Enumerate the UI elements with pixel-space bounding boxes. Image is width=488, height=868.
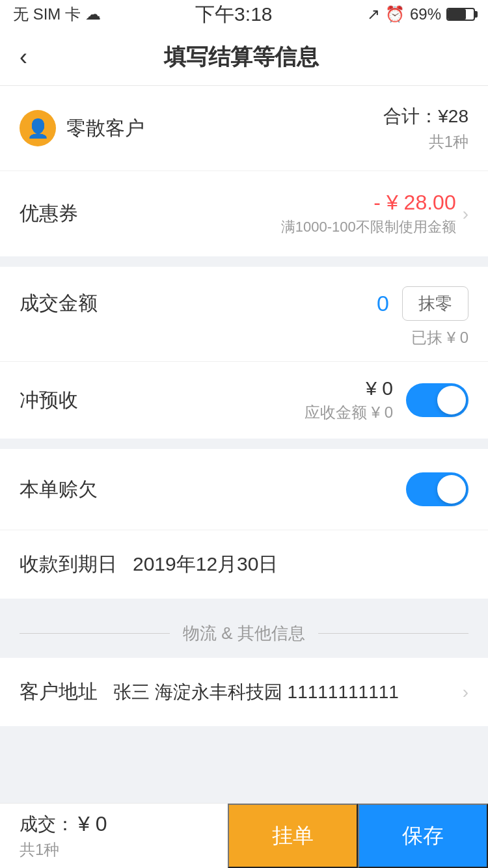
debt-toggle[interactable] bbox=[406, 472, 468, 506]
deal-amount-row: 成交金额 0 抹零 bbox=[0, 267, 488, 327]
customer-row: 👤 零散客户 合计：¥28 共1种 bbox=[0, 86, 488, 170]
battery-percent: 69% bbox=[410, 5, 441, 23]
deal-sub-text: 已抹 ¥ 0 bbox=[0, 327, 488, 361]
duedate-value: 2019年12月30日 bbox=[133, 551, 278, 578]
customer-name: 零散客户 bbox=[66, 115, 144, 142]
coupon-right: - ¥ 28.00 满1000-100不限制使用金额 › bbox=[281, 191, 468, 237]
bottom-count: 共1种 bbox=[20, 839, 208, 860]
precollect-sub: 应收金额 ¥ 0 bbox=[305, 402, 393, 423]
deal-amount-label: 成交金额 bbox=[20, 290, 98, 317]
precollect-row: 冲预收 ¥ 0 应收金额 ¥ 0 bbox=[0, 361, 488, 439]
customer-section: 👤 零散客户 合计：¥28 共1种 优惠券 - ¥ 28.00 满1000-10… bbox=[0, 86, 488, 256]
status-bar: 无 SIM 卡 ☁ 下午3:18 ↗ ⏰ 69% bbox=[0, 0, 488, 29]
alarm-icon: ⏰ bbox=[385, 5, 405, 23]
duedate-row[interactable]: 收款到期日 2019年12月30日 bbox=[0, 530, 488, 599]
debt-section: 本单赊欠 收款到期日 2019年12月30日 bbox=[0, 449, 488, 599]
precollect-toggle[interactable] bbox=[406, 383, 468, 417]
bottom-bar: 成交： ¥ 0 共1种 挂单 保存 bbox=[0, 803, 488, 868]
bottom-deal-label: 成交： bbox=[20, 812, 74, 837]
coupon-label: 优惠券 bbox=[20, 200, 78, 227]
logistics-label: 物流 & 其他信息 bbox=[183, 622, 305, 645]
duedate-label: 收款到期日 bbox=[20, 551, 117, 578]
bottom-deal-amount: ¥ 0 bbox=[78, 812, 107, 836]
logistics-header: 物流 & 其他信息 bbox=[0, 609, 488, 658]
bottom-info: 成交： ¥ 0 共1种 bbox=[0, 812, 228, 860]
customer-right: 合计：¥28 共1种 bbox=[383, 104, 468, 152]
coupon-row[interactable]: 优惠券 - ¥ 28.00 满1000-100不限制使用金额 › bbox=[0, 170, 488, 256]
sim-status: 无 SIM 卡 ☁ bbox=[13, 4, 101, 25]
precollect-label: 冲预收 bbox=[20, 387, 78, 414]
status-right: ↗ ⏰ 69% bbox=[367, 5, 475, 23]
deal-amount-value[interactable]: 0 bbox=[377, 291, 389, 316]
hold-button[interactable]: 挂单 bbox=[228, 804, 358, 868]
address-row[interactable]: 客户地址 张三 海淀永丰科技园 11111111111 › bbox=[0, 658, 488, 726]
round-button[interactable]: 抹零 bbox=[402, 286, 468, 321]
precollect-amount: ¥ 0 bbox=[305, 377, 393, 400]
chevron-right-icon: › bbox=[463, 204, 468, 224]
battery-icon bbox=[446, 8, 475, 21]
precollect-right: ¥ 0 应收金额 ¥ 0 bbox=[305, 377, 468, 423]
nav-bar: ‹ 填写结算等信息 bbox=[0, 29, 488, 86]
precollect-info: ¥ 0 应收金额 ¥ 0 bbox=[305, 377, 393, 423]
coupon-discount: - ¥ 28.00 bbox=[281, 191, 456, 215]
status-left: 无 SIM 卡 ☁ bbox=[13, 4, 101, 25]
customer-count: 共1种 bbox=[383, 131, 468, 152]
address-section: 客户地址 张三 海淀永丰科技园 11111111111 › bbox=[0, 658, 488, 726]
deal-section: 成交金额 0 抹零 已抹 ¥ 0 冲预收 ¥ 0 应收金额 ¥ 0 bbox=[0, 267, 488, 439]
location-icon: ↗ bbox=[367, 5, 380, 23]
debt-label: 本单赊欠 bbox=[20, 476, 98, 503]
address-label: 客户地址 bbox=[20, 679, 98, 705]
page-title: 填写结算等信息 bbox=[14, 42, 468, 72]
address-chevron-icon: › bbox=[463, 682, 468, 703]
debt-row: 本单赊欠 bbox=[0, 449, 488, 530]
address-value: 张三 海淀永丰科技园 11111111111 bbox=[113, 680, 463, 705]
customer-left: 👤 零散客户 bbox=[20, 110, 144, 146]
coupon-info: - ¥ 28.00 满1000-100不限制使用金额 bbox=[281, 191, 456, 237]
bottom-deal: 成交： ¥ 0 bbox=[20, 812, 208, 837]
status-time: 下午3:18 bbox=[195, 1, 272, 28]
customer-total: 合计：¥28 bbox=[383, 104, 468, 129]
coupon-desc: 满1000-100不限制使用金额 bbox=[281, 217, 456, 237]
save-button[interactable]: 保存 bbox=[358, 804, 488, 868]
avatar: 👤 bbox=[20, 110, 56, 146]
avatar-icon: 👤 bbox=[27, 118, 49, 139]
deal-amount-right: 0 抹零 bbox=[377, 286, 468, 321]
